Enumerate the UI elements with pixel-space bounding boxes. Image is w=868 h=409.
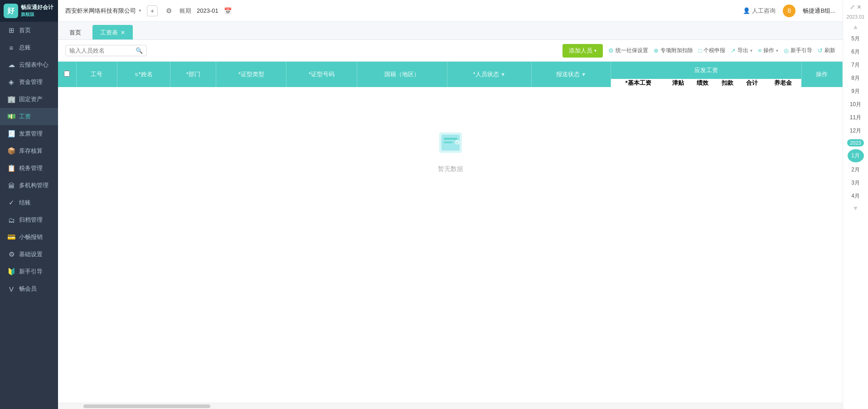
social-insurance-icon: ⚙ [608,47,614,54]
add-person-button[interactable]: 添加人员 ▾ [563,44,603,58]
th-checkbox[interactable] [58,62,76,87]
export-button[interactable]: ↗ 导出 ▾ [731,47,752,54]
operations-icon: ≡ [758,47,761,54]
empty-icon: ? [432,123,469,160]
th-salary-group: 应发工资 [611,62,802,79]
toolbar-right: 添加人员 ▾ ⚙ 统一社保设置 ⊕ 专项附加扣除 □ 个税申报 ↗ 导出 ▾ ≡ [563,44,835,58]
date-item-7[interactable]: 7月 [843,58,868,72]
th-deduction: 扣款 [715,79,740,87]
sidebar-item-salary[interactable]: 💵 工资 [0,108,58,125]
th-report-status: 报送状态 ▼ [531,62,611,87]
export-label: 导出 [737,47,748,54]
sidebar-nav: ⊞ 首页 ≡ 总账 ☁ 云报表中心 ◈ 资金管理 🏢 固定资产 💵 工资 🧾 发… [0,22,58,409]
sidebar-item-member-label: 畅会员 [19,285,37,293]
guide-label: 新手引导 [790,47,812,54]
sidebar-item-multi-org[interactable]: 🏛 多机构管理 [0,177,58,194]
sidebar-item-archive[interactable]: 🗂 归档管理 [0,211,58,229]
calendar-icon[interactable]: 📅 [224,7,232,15]
sidebar-item-fixed-assets[interactable]: 🏢 固定资产 [0,91,58,108]
cloud-icon: ☁ [7,61,15,69]
panel-close-icon[interactable]: ✕ [857,4,862,10]
th-id-no: *证型号码 [286,62,357,87]
sidebar-item-close-label: 结账 [19,199,31,207]
company-selector[interactable]: 西安虾米网络科技有限公司 ▾ [65,7,141,15]
sort-icon[interactable]: ⇅ [135,72,138,77]
sidebar-item-expense[interactable]: 💳 小畅报销 [0,229,58,246]
inventory-icon: 📦 [7,147,15,155]
guide-icon: ◎ [784,47,789,54]
date-item-2[interactable]: 2月 [843,163,868,176]
social-insurance-button[interactable]: ⚙ 统一社保设置 [608,47,648,54]
horizontal-scrollbar[interactable] [83,404,210,408]
select-all-checkbox[interactable] [64,71,70,77]
date-item-5[interactable]: 5月 [843,32,868,45]
personal-tax-label: 个税申报 [703,47,725,54]
support-button[interactable]: 👤 人工咨询 [743,7,776,15]
date-item-3[interactable]: 3月 [843,176,868,190]
date-year-badge: 2023 [847,139,863,146]
sidebar-item-fund[interactable]: ◈ 资金管理 [0,73,58,91]
scroll-bar-area [58,403,843,409]
add-person-chevron-icon: ▾ [594,48,596,53]
th-name: ⇅*姓名 [117,62,170,87]
sidebar-item-member[interactable]: V 畅会员 [0,280,58,297]
tabs-bar: 首页 工资表 ✕ [58,22,843,40]
guide-button[interactable]: ◎ 新手引导 [784,47,812,54]
sidebar-item-home[interactable]: ⊞ 首页 [0,22,58,39]
svg-rect-2 [444,138,457,140]
th-total: 合计 [740,79,765,87]
report-status-filter-icon[interactable]: ▼ [581,72,586,77]
sidebar-item-ledger[interactable]: ≡ 总账 [0,39,58,56]
date-item-10[interactable]: 10月 [843,98,868,111]
sidebar-item-expense-label: 小畅报销 [19,233,43,241]
sidebar-item-cloud-report[interactable]: ☁ 云报表中心 [0,56,58,73]
tab-salary-label: 工资表 [100,29,118,37]
date-item-6[interactable]: 6月 [843,45,868,58]
ledger-icon: ≡ [7,44,15,52]
date-item-8[interactable]: 8月 [843,72,868,85]
sidebar-item-close[interactable]: ✓ 结账 [0,194,58,211]
personal-tax-button[interactable]: □ 个税申报 [698,47,726,54]
date-item-1[interactable]: 1月 [848,149,864,162]
period-value: 2023-01 [197,7,218,14]
date-panel-year-header: 2023.01 [845,12,867,21]
home-icon: ⊞ [7,26,15,34]
sidebar-item-inventory[interactable]: 📦 库存核算 [0,142,58,160]
empty-text: 暂无数据 [438,165,463,173]
date-item-12[interactable]: 12月 [843,124,868,137]
date-panel-down-icon[interactable]: ▼ [851,203,861,214]
th-operations: 操作 [801,62,842,87]
emp-status-filter-icon[interactable]: ▼ [500,72,505,77]
panel-expand-icon[interactable]: ⤢ [850,4,855,10]
sidebar-item-tax[interactable]: 📋 税务管理 [0,160,58,177]
settings-button[interactable]: ⚙ [163,5,174,16]
app-title: 畅应通好会计 [21,4,53,11]
sidebar-item-new-guide[interactable]: 🔰 新手引导 [0,263,58,280]
special-deduction-button[interactable]: ⊕ 专项附加扣除 [654,47,693,54]
sidebar-item-invoice-label: 发票管理 [19,130,43,138]
sidebar-item-invoice[interactable]: 🧾 发票管理 [0,125,58,142]
top-header: 西安虾米网络科技有限公司 ▾ + ⚙ 账期 2023-01 📅 👤 人工咨询 B… [58,0,843,22]
tab-close-icon[interactable]: ✕ [121,29,125,36]
tab-home[interactable]: 首页 [62,25,89,39]
logo-icon: 好 [4,4,18,18]
date-item-9[interactable]: 9月 [843,85,868,98]
header-right: 👤 人工咨询 B 畅捷通B组... [743,5,835,17]
th-allowance: 津贴 [665,79,690,87]
user-name[interactable]: 畅捷通B组... [803,7,835,15]
main-area: 西安虾米网络科技有限公司 ▾ + ⚙ 账期 2023-01 📅 👤 人工咨询 B… [58,0,843,409]
period-label: 账期 [179,7,191,15]
tab-home-label: 首页 [69,29,81,37]
tab-salary[interactable]: 工资表 ✕ [92,25,133,39]
operations-button[interactable]: ≡ 操作 ▾ [758,47,778,54]
toolbar: 🔍 添加人员 ▾ ⚙ 统一社保设置 ⊕ 专项附加扣除 □ 个税申报 ↗ 导出 [58,40,843,62]
tax-icon: 📋 [7,164,15,172]
add-company-button[interactable]: + [147,5,158,16]
date-panel-up-icon[interactable]: ▲ [851,21,861,32]
sidebar-item-basic-settings[interactable]: ⚙ 基础设置 [0,246,58,263]
special-deduction-icon: ⊕ [654,47,659,54]
search-input[interactable] [69,47,133,54]
date-item-4[interactable]: 4月 [843,190,868,203]
refresh-button[interactable]: ↺ 刷新 [818,47,835,54]
date-item-11[interactable]: 11月 [843,111,868,124]
